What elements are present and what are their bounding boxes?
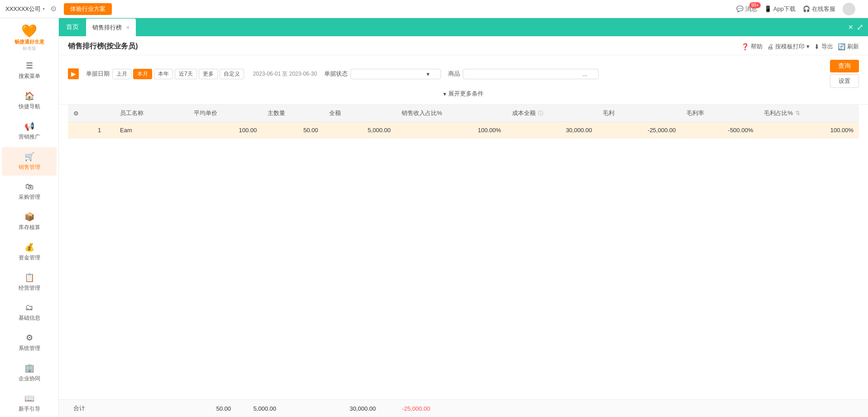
company-selector[interactable]: XXXXXX公司 ▾ — [5, 5, 45, 13]
doc-status-select[interactable]: ▾ — [350, 69, 441, 79]
footer-cost: 30,000.00 — [336, 405, 381, 412]
header-row: ⚙ 员工名称 平均单价 主数量 全额 销售收入占比% 成本全额 ⓘ 毛利 毛利率 — [68, 105, 859, 122]
expand-more-label: 展开更多条件 — [448, 90, 484, 98]
td-rank: 1 — [84, 122, 115, 139]
sidebar-item-marketing[interactable]: 📢 营销推广 — [2, 117, 57, 145]
expand-more-btn[interactable]: ▾ 展开更多条件 — [68, 90, 859, 98]
th-gross-rate: 毛利率 — [681, 105, 758, 122]
sidebar-item-finance[interactable]: 💰 资金管理 — [2, 238, 57, 266]
content-area: 首页 销售排行榜 × × ⤢ 销售排行榜(按业务员) ❓ — [59, 18, 868, 417]
tab-home[interactable]: 首页 — [59, 18, 86, 36]
operations-icon: 📋 — [24, 273, 34, 283]
company-name: XXXXXX公司 — [5, 5, 41, 13]
expand-chevron-icon: ▾ — [443, 91, 446, 97]
th-settings[interactable]: ⚙ — [68, 105, 84, 122]
table-wrapper: ⚙ 员工名称 平均单价 主数量 全额 销售收入占比% 成本全额 ⓘ 毛利 毛利率 — [59, 105, 868, 399]
footer-amount: 5,000.00 — [236, 405, 282, 412]
logo-text: 畅捷通好生意 — [14, 38, 44, 45]
sidebar-item-label: 经营管理 — [19, 284, 40, 292]
td-sales-ratio: 100.00% — [396, 122, 507, 139]
tag-this-month[interactable]: 本月 — [133, 69, 152, 79]
enterprise-icon: 🏢 — [24, 363, 34, 373]
tag-custom[interactable]: 自定义 — [220, 69, 244, 79]
filter-toggle-btn[interactable]: ▶ — [68, 68, 79, 79]
settings-icon[interactable]: ⚙ — [50, 5, 57, 13]
sidebar-item-inventory[interactable]: 📦 库存核算 — [2, 207, 57, 236]
tab-close-icon[interactable]: × — [126, 24, 129, 31]
headset-icon: 🎧 — [803, 5, 810, 12]
export-btn[interactable]: ⬇ 导出 — [814, 43, 833, 51]
cost-help-icon[interactable]: ⓘ — [538, 110, 543, 116]
select-dropdown-icon: ▾ — [427, 71, 430, 77]
th-sales-ratio: 销售收入占比% — [396, 105, 507, 122]
trial-button[interactable]: 体验行业方案 — [64, 3, 112, 15]
sidebar-item-system[interactable]: ⚙ 系统管理 — [2, 328, 57, 357]
filter-right-btns: 查询 设置 — [830, 60, 859, 88]
avatar[interactable] — [843, 3, 855, 15]
sidebar-item-guide[interactable]: 📖 新手引导 — [2, 389, 57, 417]
sidebar-logo[interactable]: 🧡 畅捷通好生意 标准版 — [0, 18, 58, 55]
inventory-icon: 📦 — [24, 212, 34, 222]
goods-more-icon: ... — [582, 71, 587, 77]
table-body: 1 Eam 100.00 50.00 5,000.00 100.00% 30,0… — [68, 122, 859, 139]
filter-row-1: ▶ 单据日期 上月 本月 本年 近7天 更多 自定义 — [68, 60, 859, 88]
footer-gross: -25,000.00 — [381, 405, 436, 412]
tab-bar: 首页 销售排行榜 × × ⤢ — [59, 18, 868, 36]
td-employee: Eam — [115, 122, 188, 139]
help-icon: ❓ — [741, 43, 749, 50]
mobile-icon: 📱 — [764, 5, 772, 12]
sidebar-item-label: 搜索菜单 — [19, 72, 40, 80]
sidebar-item-purchase[interactable]: 🛍 采购管理 — [2, 177, 57, 206]
footer-qty: 50.00 — [200, 405, 236, 412]
template-print-label: 按模板打印 — [775, 43, 805, 51]
goods-select[interactable]: ... — [463, 69, 599, 79]
chevron-down-icon: ▾ — [43, 6, 45, 11]
app-download-label: App下载 — [773, 5, 796, 13]
print-dropdown-icon: ▾ — [806, 43, 810, 50]
date-filter: 单据日期 上月 本月 本年 近7天 更多 自定义 — [86, 69, 244, 79]
message-area[interactable]: 💬 消息 99+ — [736, 5, 757, 13]
page-content: 销售排行榜(按业务员) ❓ 帮助 🖨 按模板打印 ▾ ⬇ — [59, 36, 868, 417]
th-amount: 全额 — [324, 105, 396, 122]
sidebar-item-label: 营销推广 — [19, 133, 40, 141]
logo-sub: 标准版 — [23, 45, 36, 52]
query-button[interactable]: 查询 — [830, 60, 859, 72]
online-service-label: 在线客服 — [812, 5, 835, 13]
tag-this-year[interactable]: 本年 — [154, 69, 173, 79]
refresh-btn[interactable]: 🔄 刷新 — [838, 43, 859, 51]
tag-last-month[interactable]: 上月 — [112, 69, 131, 79]
table-row: 1 Eam 100.00 50.00 5,000.00 100.00% 30,0… — [68, 122, 859, 139]
export-icon: ⬇ — [814, 43, 820, 50]
window-close-icon[interactable]: × — [848, 23, 853, 32]
td-qty: 50.00 — [262, 122, 323, 139]
th-cost: 成本全额 ⓘ — [507, 105, 598, 122]
sidebar-item-label: 销售管理 — [19, 163, 40, 171]
sidebar-item-quick-nav[interactable]: 🏠 快捷导航 — [2, 86, 57, 115]
doc-status-filter: 单据状态 ▾ — [324, 69, 441, 79]
help-btn[interactable]: ❓ 帮助 — [741, 43, 762, 51]
tab-sales-ranking[interactable]: 销售排行榜 × — [86, 19, 136, 37]
sidebar-item-label: 快捷导航 — [19, 103, 40, 110]
td-settings[interactable] — [68, 122, 84, 139]
sidebar-item-label: 资金管理 — [19, 254, 40, 262]
gross-ratio-sort-icon[interactable]: ⇅ — [796, 110, 800, 116]
th-gross: 毛利 — [597, 105, 681, 122]
tag-7-days[interactable]: 近7天 — [175, 69, 197, 79]
settings-button[interactable]: 设置 — [830, 74, 859, 88]
app-download-btn[interactable]: 📱 App下载 — [764, 5, 796, 13]
refresh-label: 刷新 — [847, 43, 859, 51]
search-menu-icon: ☰ — [26, 61, 33, 71]
template-print-btn[interactable]: 🖨 按模板打印 ▾ — [767, 43, 810, 51]
sidebar-item-basic-info[interactable]: 🗂 基础信息 — [2, 298, 57, 326]
tag-more[interactable]: 更多 — [199, 69, 218, 79]
sidebar: 🧡 畅捷通好生意 标准版 ☰ 搜索菜单 🏠 快捷导航 📢 营销推广 🛒 销售管理… — [0, 18, 59, 417]
sidebar-item-sales[interactable]: 🛒 销售管理 — [2, 147, 57, 176]
online-service-btn[interactable]: 🎧 在线客服 — [803, 5, 835, 13]
sidebar-item-operations[interactable]: 📋 经营管理 — [2, 268, 57, 297]
sidebar-item-search[interactable]: ☰ 搜索菜单 — [2, 56, 57, 85]
sidebar-item-label: 基础信息 — [19, 314, 40, 322]
main-layout: 🧡 畅捷通好生意 标准版 ☰ 搜索菜单 🏠 快捷导航 📢 营销推广 🛒 销售管理… — [0, 18, 868, 417]
sidebar-item-enterprise[interactable]: 🏢 企业协同 — [2, 359, 57, 387]
date-range: 2023-06-01 至 2023-06-30 — [253, 70, 317, 78]
window-expand-icon[interactable]: ⤢ — [857, 22, 863, 32]
